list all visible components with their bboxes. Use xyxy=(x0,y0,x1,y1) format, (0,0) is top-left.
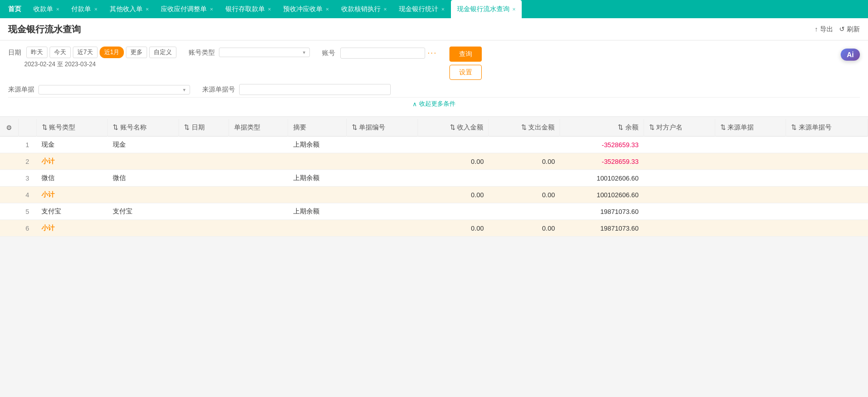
nav-home[interactable]: 首页 xyxy=(2,0,27,18)
th-doc-type-label: 单据类型 xyxy=(234,123,260,131)
nav-bank-flow-close[interactable]: × xyxy=(513,6,516,12)
td-balance-5: 19871073.60 xyxy=(560,220,644,237)
td-doc-type-4 xyxy=(229,203,288,220)
table-row: 5 支付宝 支付宝 上期余额 19871073.60 xyxy=(0,203,868,220)
collapse-button[interactable]: ∧ 收起更多条件 xyxy=(8,97,860,110)
td-source-doc-no-2 xyxy=(786,170,868,187)
account-more-button[interactable]: ··· xyxy=(427,49,437,58)
td-counterpart-0 xyxy=(644,137,715,153)
nav-collection-exec-close[interactable]: × xyxy=(384,6,387,12)
data-table-container: ⚙ ⇅ 账号类型 ⇅ 账号名称 ⇅ 日期 单据类型 摘要 xyxy=(0,119,868,237)
th-balance[interactable]: ⇅ 余额 xyxy=(560,119,644,137)
date-more[interactable]: 更多 xyxy=(126,47,147,58)
td-source-doc-4 xyxy=(715,203,786,220)
td-income-3: 0.00 xyxy=(418,187,489,203)
nav-payment-label: 付款单 xyxy=(71,5,91,14)
th-doc-no-label: ⇅ 单据编号 xyxy=(352,123,386,131)
table-row: 2 小计 0.00 0.00 -3528659.33 xyxy=(0,153,868,170)
nav-ar-ap-close[interactable]: × xyxy=(210,6,213,12)
source-doc-select[interactable]: ▾ xyxy=(38,85,190,95)
td-expense-4 xyxy=(489,203,560,220)
th-doc-type[interactable]: 单据类型 xyxy=(229,119,288,137)
td-account-name-5 xyxy=(108,220,179,237)
td-account-type-5: 小计 xyxy=(36,220,108,237)
nav-bank-flow[interactable]: 现金银行流水查询 × xyxy=(451,0,522,18)
ai-badge[interactable]: Ai xyxy=(841,49,860,61)
td-expense-1: 0.00 xyxy=(489,153,560,170)
nav-advance-offset-close[interactable]: × xyxy=(326,6,329,12)
th-summary[interactable]: 摘要 xyxy=(288,119,347,137)
nav-collection-exec[interactable]: 收款核销执行 × xyxy=(335,0,393,18)
td-expense-3: 0.00 xyxy=(489,187,560,203)
date-filter-label: 日期 xyxy=(8,48,22,57)
account-type-select[interactable]: ▾ xyxy=(219,48,310,57)
td-doc-type-5 xyxy=(229,220,288,237)
td-balance-2: 100102606.60 xyxy=(560,170,644,187)
td-summary-4: 上期余额 xyxy=(288,203,347,220)
settings-button[interactable]: 设置 xyxy=(449,65,482,80)
date-1month[interactable]: 近1月 xyxy=(100,47,124,58)
nav-bank-deposit[interactable]: 银行存取款单 × xyxy=(219,0,277,18)
header-actions: ↑ 导出 ↺ 刷新 xyxy=(815,25,860,34)
td-source-doc-3 xyxy=(715,187,786,203)
date-custom[interactable]: 自定义 xyxy=(149,47,176,58)
th-account-name[interactable]: ⇅ 账号名称 xyxy=(108,119,179,137)
nav-ar-ap-label: 应收应付调整单 xyxy=(161,5,207,14)
th-date[interactable]: ⇅ 日期 xyxy=(179,119,229,137)
collapse-up-icon: ∧ xyxy=(413,101,417,108)
th-balance-label: ⇅ 余额 xyxy=(618,123,638,131)
nav-payment[interactable]: 付款单 × xyxy=(65,0,103,18)
table-row: 4 小计 0.00 0.00 100102606.60 xyxy=(0,187,868,203)
nav-other-income[interactable]: 其他收入单 × xyxy=(104,0,155,18)
source-doc-no-label: 来源单据号 xyxy=(202,85,235,94)
td-balance-4: 19871073.60 xyxy=(560,203,644,220)
th-doc-no[interactable]: ⇅ 单据编号 xyxy=(346,119,418,137)
td-source-doc-no-0 xyxy=(786,137,868,153)
account-input[interactable] xyxy=(340,48,425,59)
export-icon: ↑ xyxy=(815,25,818,33)
date-7days[interactable]: 近7天 xyxy=(73,47,98,58)
td-income-1: 0.00 xyxy=(418,153,489,170)
td-counterpart-2 xyxy=(644,170,715,187)
th-account-type-label: ⇅ 账号类型 xyxy=(42,123,76,131)
nav-receipt[interactable]: 收款单 × xyxy=(27,0,65,18)
date-today[interactable]: 今天 xyxy=(50,47,71,58)
nav-ar-ap-adjust[interactable]: 应收应付调整单 × xyxy=(155,0,219,18)
td-date-5 xyxy=(179,220,229,237)
refresh-button[interactable]: ↺ 刷新 xyxy=(839,25,860,34)
nav-bank-stat-close[interactable]: × xyxy=(441,6,444,12)
nav-collection-exec-label: 收款核销执行 xyxy=(341,5,381,14)
source-doc-no-input[interactable] xyxy=(239,84,391,95)
th-source-doc[interactable]: ⇅ 来源单据 xyxy=(715,119,786,137)
td-counterpart-5 xyxy=(644,220,715,237)
td-summary-2: 上期余额 xyxy=(288,170,347,187)
nav-other-income-close[interactable]: × xyxy=(146,6,149,12)
td-date-0 xyxy=(179,137,229,153)
page-header: 现金银行流水查询 ↑ 导出 ↺ 刷新 xyxy=(0,18,868,40)
nav-payment-close[interactable]: × xyxy=(94,6,97,12)
collapse-label: 收起更多条件 xyxy=(419,100,455,108)
query-button[interactable]: 查询 xyxy=(449,47,482,62)
table-body: 1 现金 现金 上期余额 -3528659.33 2 小计 0.00 0.00 … xyxy=(0,137,868,237)
account-label: 账号 xyxy=(322,49,336,58)
nav-receipt-close[interactable]: × xyxy=(56,6,59,12)
th-source-doc-no[interactable]: ⇅ 来源单据号 xyxy=(786,119,868,137)
export-button[interactable]: ↑ 导出 xyxy=(815,25,834,34)
th-expense[interactable]: ⇅ 支出金额 xyxy=(489,119,560,137)
th-counterpart[interactable]: ⇅ 对方户名 xyxy=(644,119,715,137)
td-account-name-2: 微信 xyxy=(108,170,179,187)
nav-receipt-label: 收款单 xyxy=(33,5,53,14)
nav-bank-deposit-close[interactable]: × xyxy=(268,6,271,12)
th-gear[interactable]: ⚙ xyxy=(0,119,18,137)
td-account-type-4: 支付宝 xyxy=(36,203,108,220)
nav-advance-offset[interactable]: 预收冲应收单 × xyxy=(277,0,335,18)
date-yesterday[interactable]: 昨天 xyxy=(26,47,48,58)
th-source-doc-no-label: ⇅ 来源单据号 xyxy=(791,123,832,131)
nav-advance-offset-label: 预收冲应收单 xyxy=(283,5,323,14)
td-account-name-4: 支付宝 xyxy=(108,203,179,220)
nav-bank-flow-label: 现金银行流水查询 xyxy=(457,5,510,14)
nav-bank-stat[interactable]: 现金银行统计 × xyxy=(393,0,450,18)
th-income[interactable]: ⇅ 收入金额 xyxy=(418,119,489,137)
th-account-type[interactable]: ⇅ 账号类型 xyxy=(36,119,108,137)
td-source-doc-5 xyxy=(715,220,786,237)
